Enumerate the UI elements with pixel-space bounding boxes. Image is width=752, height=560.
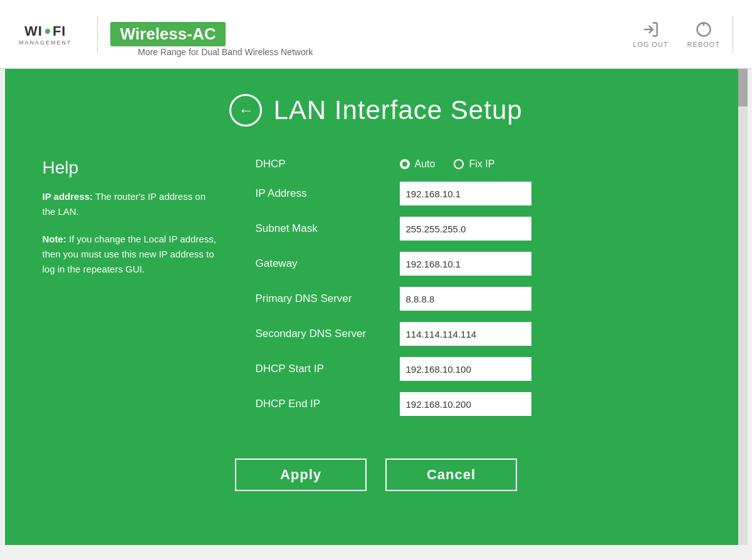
dhcp-end-input[interactable] xyxy=(400,392,531,416)
scrollbar-area[interactable] xyxy=(738,69,748,545)
dhcp-start-row: DHCP Start IP xyxy=(256,357,710,381)
subnet-mask-row: Subnet Mask xyxy=(256,217,710,241)
logo-wi: WI xyxy=(24,23,43,39)
help-title: Help xyxy=(43,158,218,178)
logo-wifi: WI FI xyxy=(24,23,66,39)
header-right-divider xyxy=(733,16,733,53)
header: WI FI MANAGEMENT Wireless-AC More Range … xyxy=(0,0,752,69)
gateway-label: Gateway xyxy=(256,257,387,270)
back-icon: ← xyxy=(238,101,253,119)
logo-fi: FI xyxy=(53,23,66,39)
logo-dot xyxy=(45,29,50,34)
header-actions: LOG OUT REBOOT xyxy=(633,21,720,48)
buttons-row: Apply Cancel xyxy=(43,459,710,491)
logout-label: LOG OUT xyxy=(633,41,669,48)
help-ip-label: IP address: xyxy=(43,191,93,202)
dhcp-fixip-option[interactable]: Fix IP xyxy=(454,158,494,170)
page-title: LAN Interface Setup xyxy=(273,95,522,125)
page-title-row: ← LAN Interface Setup xyxy=(43,94,710,127)
dhcp-end-label: DHCP End IP xyxy=(256,398,387,410)
form-panel: DHCP Auto Fix IP IP Address xyxy=(256,158,710,427)
dhcp-row: DHCP Auto Fix IP xyxy=(256,158,710,170)
dhcp-start-label: DHCP Start IP xyxy=(256,363,387,375)
ip-address-row: IP Address xyxy=(256,182,710,205)
subnet-mask-input[interactable] xyxy=(400,217,531,241)
secondary-dns-row: Secondary DNS Server xyxy=(256,322,710,346)
cancel-button[interactable]: Cancel xyxy=(385,459,517,491)
gateway-row: Gateway xyxy=(256,252,710,276)
content-layout: Help IP address: The router's IP address… xyxy=(43,158,710,427)
brand-name: Wireless-AC xyxy=(110,22,226,46)
dhcp-auto-radio[interactable] xyxy=(400,159,410,169)
back-button[interactable]: ← xyxy=(229,94,262,127)
primary-dns-label: Primary DNS Server xyxy=(256,293,387,305)
help-note-description: If you change the Local IP address, then… xyxy=(43,234,216,274)
help-note-text: Note: If you change the Local IP address… xyxy=(43,232,218,277)
ip-address-input[interactable] xyxy=(400,182,531,205)
reboot-button[interactable]: REBOOT xyxy=(687,21,720,48)
subnet-mask-label: Subnet Mask xyxy=(256,222,387,235)
help-note-label: Note: xyxy=(43,234,66,244)
logo-divider xyxy=(97,16,98,53)
main-content: ← LAN Interface Setup Help IP address: T… xyxy=(5,69,748,545)
primary-dns-row: Primary DNS Server xyxy=(256,287,710,311)
apply-button[interactable]: Apply xyxy=(235,459,367,491)
dhcp-auto-label: Auto xyxy=(415,158,436,170)
reboot-label: REBOOT xyxy=(687,41,720,48)
help-panel: Help IP address: The router's IP address… xyxy=(43,158,218,427)
scrollbar-thumb[interactable] xyxy=(738,69,748,106)
dhcp-start-input[interactable] xyxy=(400,357,531,381)
dhcp-label: DHCP xyxy=(256,158,387,170)
dhcp-auto-option[interactable]: Auto xyxy=(400,158,436,170)
gateway-input[interactable] xyxy=(400,252,531,276)
tagline: More Range for Dual Band Wireless Networ… xyxy=(138,47,313,57)
dhcp-radio-group: Auto Fix IP xyxy=(400,158,495,170)
secondary-dns-label: Secondary DNS Server xyxy=(256,328,387,340)
help-ip-text: IP address: The router's IP address on t… xyxy=(43,189,218,219)
logo-area: WI FI MANAGEMENT xyxy=(19,23,72,46)
dhcp-fixip-radio[interactable] xyxy=(454,159,464,169)
dhcp-end-row: DHCP End IP xyxy=(256,392,710,416)
secondary-dns-input[interactable] xyxy=(400,322,531,346)
reboot-icon xyxy=(695,21,713,38)
logo-management: MANAGEMENT xyxy=(19,39,72,46)
ip-address-label: IP Address xyxy=(256,187,387,200)
logout-button[interactable]: LOG OUT xyxy=(633,21,669,48)
logout-icon xyxy=(642,21,659,38)
primary-dns-input[interactable] xyxy=(400,287,531,311)
dhcp-fixip-label: Fix IP xyxy=(469,158,494,170)
